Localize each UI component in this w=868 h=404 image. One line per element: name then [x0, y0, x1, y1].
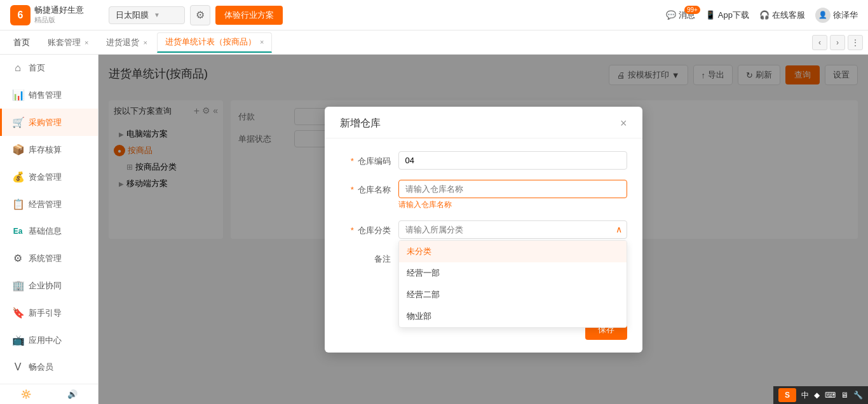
taskbar-zh[interactable]: 中	[801, 390, 809, 401]
sidebar-item-operations[interactable]: 📋 经营管理	[0, 191, 98, 218]
vip-icon: V	[12, 361, 24, 373]
sidebar-item-system-label: 系统管理	[29, 253, 62, 264]
sidebar-item-purchase[interactable]: 🛒 采购管理	[0, 109, 98, 136]
sidebar-item-system[interactable]: ⚙ 系统管理	[0, 245, 98, 272]
volume-btn[interactable]: 🔊	[51, 389, 93, 399]
logo-text: 畅捷通好生意 精品版	[34, 5, 84, 25]
sidebar-item-appstore[interactable]: 📺 应用中心	[0, 327, 98, 354]
settings-button[interactable]: ⚙	[190, 5, 210, 25]
sidebar-item-home[interactable]: ⌂ 首页	[0, 55, 98, 81]
sidebar-item-sales[interactable]: 📊 销售管理	[0, 81, 98, 109]
sidebar: ⌂ 首页 📊 销售管理 🛒 采购管理 📦 库存核算 💰 资金管理 📋 经营管理 …	[0, 55, 98, 404]
sidebar-bottom: 🔆 🔊	[0, 384, 98, 404]
sidebar-item-appstore-label: 应用中心	[29, 335, 62, 346]
tab-left-btn[interactable]: ‹	[812, 35, 827, 50]
tab-purchase-return[interactable]: 进货退货 ×	[98, 32, 155, 53]
avatar: 👤	[815, 8, 831, 23]
top-header: 6 畅捷通好生意 精品版 日太阳膜 ▼ ⚙ 体验行业方案 💬 消息 99+ 📱 …	[0, 0, 868, 30]
tab-home-label: 首页	[13, 37, 30, 48]
sidebar-item-purchase-label: 采购管理	[29, 117, 62, 128]
basic-icon: Ea	[12, 227, 24, 236]
sidebar-item-inventory-label: 库存核算	[29, 144, 62, 156]
name-input[interactable]	[398, 180, 627, 198]
home-icon: ⌂	[12, 62, 24, 74]
appstore-icon: 📺	[12, 334, 24, 346]
taskbar-diamond: ◆	[814, 391, 820, 400]
name-error-msg: 请输入仓库名称	[398, 199, 627, 210]
sidebar-item-vip-label: 畅会员	[29, 361, 53, 373]
system-taskbar: S 中 ◆ ⌨ 🖥 🔧	[773, 386, 868, 404]
online-service-button[interactable]: 🎧 在线客服	[759, 10, 805, 21]
header-right: 💬 消息 99+ 📱 App下载 🎧 在线客服 👤 徐泽华	[666, 8, 858, 23]
modal-overlay[interactable]: 新增仓库 × * 仓库编码	[98, 55, 868, 404]
dropdown-item-dept2[interactable]: 经营二部	[399, 284, 627, 306]
message-button[interactable]: 💬 消息 99+	[666, 10, 695, 21]
tab-home[interactable]: 首页	[5, 32, 38, 53]
logo-icon: 6	[10, 5, 31, 25]
category-input[interactable]	[398, 220, 627, 239]
sidebar-item-guide-label: 新手引导	[29, 307, 62, 319]
store-dropdown-arrow: ▼	[154, 11, 160, 18]
main-layout: ⌂ 首页 📊 销售管理 🛒 采购管理 📦 库存核算 💰 资金管理 📋 经营管理 …	[0, 55, 868, 404]
modal-close-btn[interactable]: ×	[620, 117, 627, 130]
taskbar-tools[interactable]: 🔧	[853, 391, 863, 400]
inventory-icon: 📦	[12, 144, 24, 156]
modal-new-warehouse: 新增仓库 × * 仓库编码	[325, 107, 642, 353]
category-input-wrapper: ∧ 未分类 经营一部 经营二部 物业部	[398, 220, 627, 239]
logo-area: 6 畅捷通好生意 精品版	[10, 5, 109, 25]
sidebar-item-vip[interactable]: V 畅会员	[0, 354, 98, 380]
code-input-wrapper	[398, 151, 627, 170]
tab-account-label: 账套管理	[48, 37, 81, 48]
modal-title: 新增仓库	[340, 117, 381, 130]
tab-right-btn[interactable]: ›	[830, 35, 845, 50]
category-label: * 仓库分类	[340, 220, 391, 236]
dropdown-item-unclassified[interactable]: 未分类	[399, 241, 627, 262]
code-form-row: * 仓库编码	[340, 151, 627, 170]
tab-account-close[interactable]: ×	[85, 39, 88, 46]
sidebar-item-finance[interactable]: 💰 资金管理	[0, 163, 98, 191]
category-dropdown: 未分类 经营一部 经营二部 物业部	[398, 240, 627, 328]
header-middle: 日太阳膜 ▼ ⚙ 体验行业方案	[109, 5, 666, 25]
taskbar-keyboard[interactable]: ⌨	[825, 391, 836, 400]
sales-icon: 📊	[12, 89, 24, 101]
app-download-button[interactable]: 📱 App下载	[705, 10, 749, 21]
tab-purchase-stats-label: 进货单统计表（按商品）	[165, 36, 256, 48]
tab-controls: ‹ › ⋮	[812, 35, 863, 50]
tab-purchase-return-close[interactable]: ×	[143, 39, 147, 46]
user-menu[interactable]: 👤 徐泽华	[815, 8, 858, 23]
message-icon: 💬	[666, 10, 676, 20]
sidebar-item-sales-label: 销售管理	[29, 90, 62, 101]
tab-menu-btn[interactable]: ⋮	[848, 35, 863, 50]
notes-label: 备注	[340, 249, 391, 265]
guide-icon: 🔖	[12, 307, 24, 319]
enterprise-icon: 🏢	[12, 279, 24, 292]
name-label: * 仓库名称	[340, 180, 391, 196]
sidebar-item-basic-label: 基础信息	[29, 226, 62, 237]
modal-body: * 仓库编码 * 仓库名称	[325, 138, 642, 312]
tab-purchase-stats-close[interactable]: ×	[260, 38, 264, 46]
sidebar-item-inventory[interactable]: 📦 库存核算	[0, 136, 98, 163]
s-icon: S	[778, 388, 796, 402]
purchase-icon: 🛒	[12, 116, 24, 128]
sidebar-item-basic[interactable]: Ea 基础信息	[0, 218, 98, 245]
trial-button[interactable]: 体验行业方案	[215, 6, 283, 25]
sidebar-item-enterprise-label: 企业协同	[29, 280, 62, 292]
tab-bar: 首页 账套管理 × 进货退货 × 进货单统计表（按商品） × ‹ › ⋮	[0, 30, 868, 55]
content-area: 进货单统计(按商品) 🖨 按模板打印 ▼ ↑ 导出 ↻ 刷新 查询 设置	[98, 55, 868, 404]
sidebar-item-home-label: 首页	[29, 62, 45, 74]
finance-icon: 💰	[12, 171, 24, 183]
tab-purchase-return-label: 进货退货	[106, 37, 139, 48]
code-input[interactable]	[398, 151, 627, 170]
tab-purchase-stats[interactable]: 进货单统计表（按商品） ×	[157, 32, 272, 53]
headset-icon: 🎧	[759, 10, 770, 20]
category-form-row: * 仓库分类 ∧ 未分类 经营一部 经营二部 物业部	[340, 220, 627, 239]
store-selector[interactable]: 日太阳膜 ▼	[109, 6, 185, 24]
phone-icon: 📱	[705, 10, 715, 20]
dropdown-item-dept3[interactable]: 物业部	[399, 306, 627, 327]
brightness-btn[interactable]: 🔆	[5, 389, 46, 399]
tab-account[interactable]: 账套管理 ×	[39, 32, 97, 53]
dropdown-item-dept1[interactable]: 经营一部	[399, 262, 627, 284]
sidebar-item-enterprise[interactable]: 🏢 企业协同	[0, 272, 98, 299]
sidebar-item-guide[interactable]: 🔖 新手引导	[0, 299, 98, 327]
taskbar-monitor[interactable]: 🖥	[841, 391, 848, 400]
